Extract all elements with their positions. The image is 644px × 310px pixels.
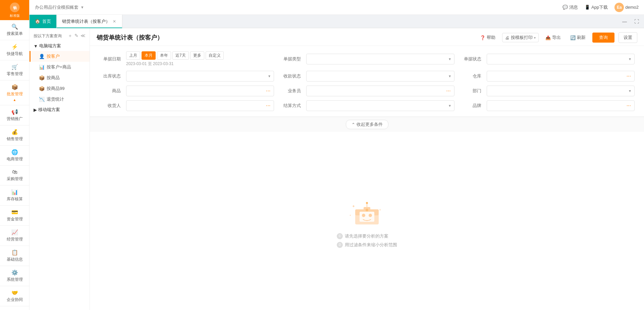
sidebar-item-marketing[interactable]: 📢 营销推广 bbox=[0, 105, 29, 125]
warehouse-filter-cell: ··· bbox=[484, 71, 637, 82]
ecommerce-icon: 🌐 bbox=[11, 149, 18, 155]
sidebar-item-purchase[interactable]: 🛍 采购管理 bbox=[0, 166, 29, 186]
settle-method-select[interactable]: ▾ bbox=[306, 100, 454, 111]
sidebar-item-search[interactable]: 🔍 搜索菜单 bbox=[0, 20, 29, 40]
tree-mobile-header[interactable]: ▶ 移动端方案 bbox=[30, 105, 90, 115]
chevron-down-icon: ▾ bbox=[449, 103, 451, 108]
system-icon: ⚙️ bbox=[11, 269, 18, 276]
date-filter: 上月 本月 本年 近7天 更多 自定义 2023-03-01 至 2023-03… bbox=[126, 51, 274, 67]
warehouse-more-icon: ··· bbox=[627, 73, 631, 79]
customer-product-icon: 📊 bbox=[39, 64, 45, 70]
tab-sales-stat[interactable]: 销货单统计表（按客户） ✕ bbox=[57, 15, 122, 28]
goods-select[interactable]: ··· bbox=[126, 86, 274, 96]
refresh-icon: 🔄 bbox=[570, 35, 576, 40]
breadcrumb-arrow: ▾ bbox=[81, 5, 84, 10]
goods-label: 商品 bbox=[97, 88, 123, 94]
doc-type-select[interactable]: ▾ bbox=[306, 54, 454, 64]
tree-item-by-customer-label: 按客户 bbox=[47, 53, 60, 59]
tree-desktop-header[interactable]: ▼ 电脑端方案 bbox=[30, 41, 90, 51]
receipt-status-select[interactable]: ▾ bbox=[306, 71, 454, 82]
message-button[interactable]: 💬 消息 bbox=[562, 4, 578, 10]
svg-point-7 bbox=[362, 214, 365, 217]
sidebar-item-quick-nav[interactable]: ⚡ 快捷导航 bbox=[0, 40, 29, 60]
collapse-panel-button[interactable]: ≪ bbox=[80, 33, 86, 39]
collapse-row: ⌃ 收起更多条件 bbox=[90, 117, 644, 132]
doc-status-label: 单据状态 bbox=[457, 56, 484, 62]
tip-num-2: ② bbox=[337, 242, 343, 248]
sidebar-item-cooperation[interactable]: 🤝 企业协同 bbox=[0, 286, 29, 306]
warehouse-label: 仓库 bbox=[457, 73, 484, 79]
quick-nav-icon: ⚡ bbox=[11, 44, 18, 50]
tree-item-customer-product[interactable]: 📊 按客户+商品 bbox=[30, 62, 90, 72]
doc-type-label: 单据类型 bbox=[277, 56, 304, 62]
help-label: 帮助 bbox=[487, 35, 495, 41]
settings-button[interactable]: 设置 bbox=[619, 32, 637, 43]
tab-minimize-button[interactable]: — bbox=[620, 17, 629, 26]
sidebar-item-retail[interactable]: 🛒 零售管理 bbox=[0, 60, 29, 81]
tree-item-by-customer[interactable]: 👤 按客户 bbox=[30, 51, 90, 62]
more-date-btn[interactable]: 更多 bbox=[190, 51, 204, 60]
last-month-btn[interactable]: 上月 bbox=[126, 51, 140, 60]
custom-date-btn[interactable]: 自定义 bbox=[206, 51, 224, 60]
sidebar-item-finance[interactable]: 💳 资金管理 bbox=[0, 206, 29, 226]
user-menu[interactable]: Ea demo2 bbox=[614, 3, 639, 12]
dept-select[interactable]: ▾ bbox=[487, 86, 635, 96]
tree-expand-icon: ▼ bbox=[34, 44, 38, 49]
tab-close-button[interactable]: ✕ bbox=[112, 18, 117, 24]
sidebar-item-operation[interactable]: 📈 经营管理 bbox=[0, 226, 29, 246]
sidebar-item-new-guide[interactable]: 🎓 新手引导 bbox=[0, 306, 29, 310]
this-month-btn[interactable]: 本月 bbox=[142, 51, 156, 60]
sidebar-item-basic[interactable]: 📋 基础信息 bbox=[0, 246, 29, 266]
download-icon: 📱 bbox=[585, 5, 590, 10]
brand-label: 品牌 bbox=[457, 103, 484, 109]
tip-num-1: ① bbox=[337, 233, 343, 239]
query-button[interactable]: 查询 bbox=[592, 33, 614, 43]
empty-tips: ① 请先选择要分析的方案 ② 用过滤条件来缩小分析范围 bbox=[337, 233, 397, 248]
template-print-button[interactable]: 🖨 按模板打印 ▾ bbox=[502, 33, 539, 42]
tab-maximize-button[interactable]: ⛶ bbox=[632, 17, 641, 26]
sidebar-item-system[interactable]: ⚙️ 系统管理 bbox=[0, 266, 29, 286]
add-scheme-button[interactable]: ＋ bbox=[68, 33, 72, 39]
sidebar-item-wholesale[interactable]: 📦 批发管理 ▲ bbox=[0, 81, 29, 105]
left-panel-header: 按以下方案查询 ＋ ✎ ≪ bbox=[30, 31, 90, 41]
out-status-select[interactable]: ▾ bbox=[126, 71, 274, 82]
sidebar-item-label: 批发管理 bbox=[7, 91, 23, 97]
tree-item-product-99[interactable]: 📦 按商品99 bbox=[30, 83, 90, 94]
this-year-btn[interactable]: 本年 bbox=[157, 51, 171, 60]
tree-collapse-icon: ▶ bbox=[34, 107, 37, 112]
edit-scheme-button[interactable]: ✎ bbox=[74, 33, 78, 39]
sidebar-item-sales[interactable]: 💰 销售管理 bbox=[0, 125, 29, 146]
settle-method-filter-cell: ▾ bbox=[304, 100, 457, 111]
tab-home[interactable]: 🏠 首页 bbox=[30, 15, 57, 28]
tree-item-by-product[interactable]: 📦 按商品 bbox=[30, 72, 90, 83]
sidebar-item-ecommerce[interactable]: 🌐 电商管理 bbox=[0, 146, 29, 166]
tree-item-customer-product-label: 按客户+商品 bbox=[47, 64, 71, 70]
warehouse-select[interactable]: ··· bbox=[487, 71, 635, 82]
doc-status-select[interactable]: ▾ bbox=[487, 54, 635, 64]
left-panel: 按以下方案查询 ＋ ✎ ≪ ▼ 电脑端方案 👤 按客户 📊 bbox=[30, 28, 90, 310]
sidebar-item-label: 系统管理 bbox=[7, 277, 23, 282]
collapse-button[interactable]: ⌃ 收起更多条件 bbox=[346, 120, 388, 129]
receiver-label: 收货人 bbox=[97, 103, 123, 109]
app-logo: 畅 标准版 bbox=[0, 0, 30, 20]
svg-text:●: ● bbox=[350, 214, 351, 217]
refresh-button[interactable]: 🔄 刷新 bbox=[568, 33, 588, 42]
tab-bar: 🏠 首页 销货单统计表（按客户） ✕ — ⛶ bbox=[30, 15, 644, 28]
last-7-days-btn[interactable]: 近7天 bbox=[172, 51, 189, 60]
app-download-button[interactable]: 📱 App下载 bbox=[585, 4, 608, 10]
chevron-down-icon: ▾ bbox=[449, 57, 451, 61]
tree-desktop-label: 电脑端方案 bbox=[39, 43, 61, 49]
export-button[interactable]: 📤 导出 bbox=[543, 33, 564, 42]
sidebar-item-label: 经营管理 bbox=[7, 237, 23, 242]
dept-label: 部门 bbox=[457, 88, 484, 94]
sidebar-item-inventory[interactable]: 📊 库存核算 bbox=[0, 186, 29, 206]
help-button[interactable]: ❓ 帮助 bbox=[477, 33, 498, 42]
tree-item-return-stat[interactable]: 📉 退货统计 bbox=[30, 94, 90, 105]
collapse-label: 收起更多条件 bbox=[357, 121, 383, 127]
collapse-up-icon: ⌃ bbox=[352, 122, 355, 127]
brand-select[interactable]: ··· bbox=[487, 100, 635, 111]
salesperson-select[interactable]: ··· bbox=[306, 86, 454, 96]
filter-row-2: 出库状态 ▾ 收款状态 ▾ 仓库 bbox=[97, 71, 637, 82]
receiver-select[interactable]: ··· bbox=[126, 100, 274, 111]
goods-more-icon: ··· bbox=[266, 88, 270, 94]
